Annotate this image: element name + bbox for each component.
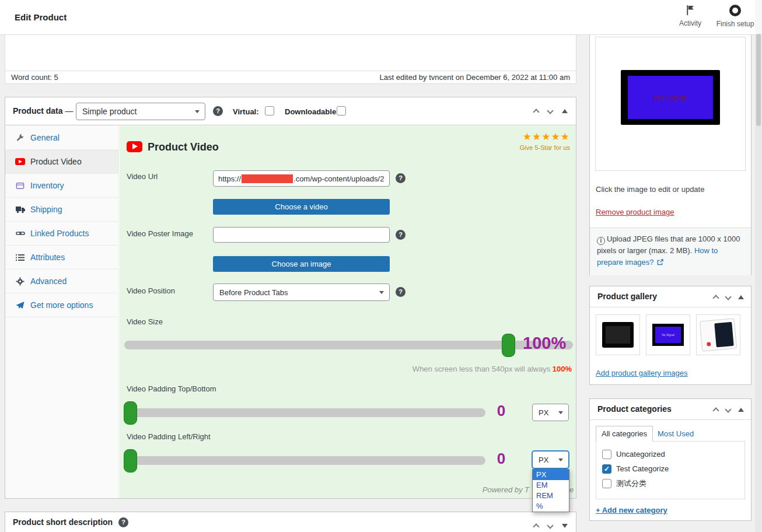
video-poster-input[interactable] <box>213 227 390 243</box>
youtube-icon <box>127 141 142 152</box>
product-image[interactable]: No Signal <box>595 37 746 171</box>
gear-icon <box>15 277 26 286</box>
panel-controls <box>714 406 744 413</box>
panel-controls <box>534 107 568 114</box>
padding-lr-slider-track[interactable] <box>124 456 485 465</box>
virtual-checkbox[interactable] <box>265 106 274 116</box>
remove-product-image-link[interactable]: Remove product image <box>596 208 674 216</box>
choose-video-button[interactable]: Choose a video <box>213 199 390 215</box>
product-categories-panel: Product categories All categories Most U… <box>589 398 751 521</box>
activity-button[interactable]: Activity <box>670 5 711 27</box>
padding-tb-unit-select[interactable]: PX <box>532 404 569 421</box>
video-position-select[interactable]: Before Product Tabs <box>213 284 390 301</box>
move-down-icon[interactable] <box>547 107 553 114</box>
unit-option-rem[interactable]: REM <box>533 491 569 501</box>
five-star-rating[interactable]: ★★★★★ <box>523 131 570 143</box>
downloadable-label: Downloadable: <box>285 107 338 116</box>
tab-all-categories[interactable]: All categories <box>596 426 653 442</box>
external-link-icon <box>657 259 663 265</box>
tab-get-more-options[interactable]: Get more options <box>5 293 118 317</box>
move-up-icon[interactable] <box>533 523 539 530</box>
tab-product-video[interactable]: Product Video <box>5 150 118 174</box>
categories-title: Product categories <box>597 404 672 414</box>
add-gallery-images-link[interactable]: Add product gallery images <box>596 369 688 377</box>
move-down-icon[interactable] <box>725 406 731 412</box>
scrollbar-track[interactable] <box>755 0 762 532</box>
size-note-highlight: 100% <box>553 365 572 373</box>
padding-lr-value: 0 <box>495 450 508 468</box>
video-size-value: 100% <box>523 334 566 353</box>
padding-tb-slider-handle[interactable] <box>124 401 137 425</box>
rating-caption: Give 5-Star for us <box>520 144 570 151</box>
powered-by-text: Powered by T <box>483 485 529 494</box>
star-icon: ★ <box>541 131 551 142</box>
padding-lr-unit-select[interactable]: PX <box>532 451 569 468</box>
no-signal-screen: No Signal <box>628 76 713 119</box>
finish-setup-button[interactable]: Finish setup <box>715 5 756 28</box>
virtual-label: Virtual: <box>233 107 259 116</box>
white-device-image <box>700 318 737 351</box>
move-down-icon[interactable] <box>725 293 731 300</box>
padding-lr-slider-handle[interactable] <box>124 449 137 473</box>
category-checkbox-uncategorized[interactable] <box>602 450 611 459</box>
tab-inventory[interactable]: Inventory <box>5 174 118 198</box>
tv-image: No Signal <box>621 70 720 125</box>
unit-option-em[interactable]: EM <box>533 480 569 491</box>
white-device-thumbnail[interactable] <box>696 314 740 355</box>
unit-option-px[interactable]: PX <box>533 470 569 480</box>
help-icon[interactable]: ? <box>118 517 128 527</box>
tab-advanced[interactable]: Advanced <box>5 270 118 293</box>
unit-option-percent[interactable]: % <box>533 501 569 512</box>
video-url-input[interactable]: https://.com/wp-content/uploads/2 <box>213 170 390 187</box>
padding-tb-slider-track[interactable] <box>124 408 485 417</box>
move-down-icon[interactable] <box>547 522 553 528</box>
video-size-label: Video Size <box>127 317 163 326</box>
choose-image-button[interactable]: Choose an image <box>213 256 390 272</box>
star-icon: ★ <box>532 131 541 142</box>
tab-most-used[interactable]: Most Used <box>658 429 694 438</box>
collapse-toggle-icon[interactable] <box>738 408 744 412</box>
edit-product-page: Edit Product Activity Finish setup Word … <box>0 0 762 532</box>
tab-shipping[interactable]: Shipping <box>5 198 118 222</box>
tv-black-thumbnail[interactable] <box>596 314 640 355</box>
redacted-domain <box>242 174 293 183</box>
help-icon[interactable]: ? <box>396 173 406 183</box>
video-poster-label: Video Poster Image <box>127 229 193 238</box>
info-icon: i <box>597 237 605 245</box>
padding-top-bottom-label: Video Padding Top/Bottom <box>127 384 216 393</box>
padding-left-right-label: Video Padding Left/Right <box>127 432 211 441</box>
category-item: Uncategorized <box>602 447 739 461</box>
collapse-toggle-icon[interactable] <box>738 295 744 299</box>
collapse-toggle-icon[interactable] <box>562 109 568 113</box>
category-checkbox-chinese[interactable] <box>602 479 611 488</box>
add-new-category-link[interactable]: + Add new category <box>596 506 667 514</box>
product-data-tabs: General Product Video Inventory Shipping… <box>5 126 119 498</box>
star-icon: ★ <box>561 131 570 142</box>
move-up-icon[interactable] <box>712 295 719 301</box>
description-editor[interactable]: Word count: 5 Last edited by tvncent on … <box>5 35 576 84</box>
image-caption: Click the image to edit or update <box>596 185 704 194</box>
category-item: ✓ Test Categorize <box>602 461 739 476</box>
product-type-select[interactable]: Simple product <box>76 103 205 120</box>
help-icon[interactable]: ? <box>396 287 406 297</box>
move-up-icon[interactable] <box>533 108 539 115</box>
editor-footer: Word count: 5 Last edited by tvncent on … <box>5 71 576 83</box>
product-gallery-panel: Product gallery No Signal Add product ga… <box>589 286 751 385</box>
tab-attributes[interactable]: Attributes <box>5 246 118 270</box>
help-icon[interactable]: ? <box>213 106 223 116</box>
move-up-icon[interactable] <box>712 407 719 414</box>
chevron-down-icon <box>379 291 384 294</box>
help-icon[interactable]: ? <box>396 230 406 240</box>
category-checkbox-test-categorize[interactable]: ✓ <box>602 464 611 474</box>
tab-general[interactable]: General <box>5 126 118 150</box>
gallery-title: Product gallery <box>597 292 657 301</box>
tab-linked-products[interactable]: Linked Products <box>5 222 118 246</box>
tv-no-signal-thumbnail[interactable]: No Signal <box>646 314 690 355</box>
scrollbar-thumb[interactable] <box>756 34 761 126</box>
video-size-slider-handle[interactable] <box>502 334 515 357</box>
short-description-panel: Product short description ? <box>5 512 576 532</box>
downloadable-checkbox[interactable] <box>337 106 346 116</box>
admin-topbar: Edit Product Activity Finish setup <box>0 0 762 35</box>
list-icon <box>15 254 26 261</box>
collapse-toggle-icon[interactable] <box>562 524 568 528</box>
